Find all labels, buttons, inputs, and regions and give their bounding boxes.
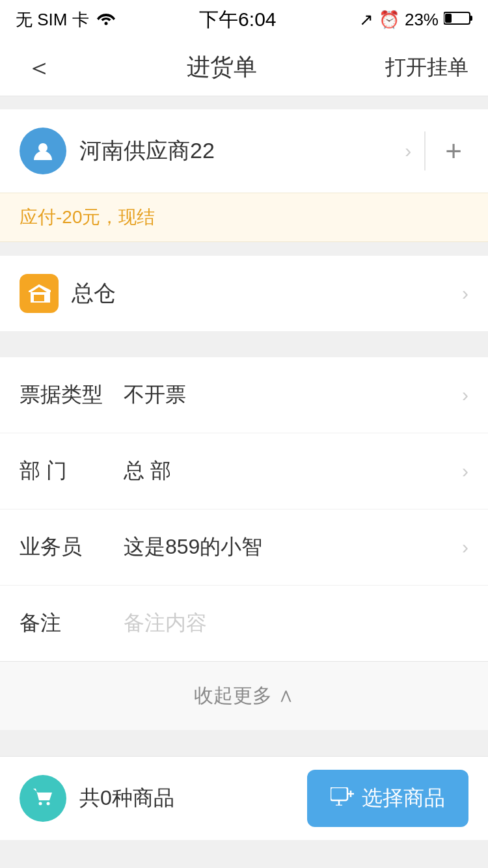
location-icon: ↗ xyxy=(359,10,373,30)
department-arrow: › xyxy=(462,460,468,482)
svg-rect-7 xyxy=(331,787,347,800)
supplier-avatar xyxy=(20,128,66,174)
top-divider xyxy=(0,96,488,109)
bottom-divider xyxy=(0,730,488,743)
page-title: 进货单 xyxy=(187,51,257,83)
svg-point-5 xyxy=(39,802,42,806)
status-right: ↗ ⏰ 23% xyxy=(359,10,472,30)
supplier-arrow-icon: › xyxy=(405,140,411,162)
supplier-section: 河南供应商22 › + 应付-20元，现结 xyxy=(0,109,488,242)
invoice-type-row[interactable]: 票据类型 不开票 › xyxy=(0,357,488,433)
alarm-icon: ⏰ xyxy=(379,10,400,30)
product-count: 共0种商品 xyxy=(79,784,307,813)
wifi-icon xyxy=(96,10,116,30)
warehouse-row[interactable]: 总仓 › xyxy=(0,255,488,331)
salesperson-value: 这是859的小智 xyxy=(124,533,455,562)
bottom-bar: 共0种商品 选择商品 xyxy=(0,756,488,840)
mid-divider-2 xyxy=(0,331,488,344)
department-value: 总 部 xyxy=(124,457,455,485)
notice-row: 应付-20元，现结 xyxy=(0,193,488,242)
supplier-row[interactable]: 河南供应商22 › + xyxy=(0,109,488,193)
notice-text: 应付-20元，现结 xyxy=(20,207,155,227)
page-background xyxy=(0,840,488,868)
remark-value: 备注内容 xyxy=(124,609,468,638)
remark-label: 备注 xyxy=(20,609,111,638)
nav-bar: ＜ 进货单 打开挂单 xyxy=(0,39,488,96)
warehouse-section: 总仓 › xyxy=(0,255,488,331)
open-pending-button[interactable]: 打开挂单 xyxy=(385,53,468,82)
status-bar: 无 SIM 卡 下午6:04 ↗ ⏰ 23% xyxy=(0,0,488,39)
select-btn-label: 选择商品 xyxy=(362,784,445,813)
back-button[interactable]: ＜ xyxy=(20,43,59,92)
form-section: 票据类型 不开票 › 部 门 总 部 › 业务员 这是859的小智 › 备注 备… xyxy=(0,357,488,661)
battery-icon xyxy=(444,10,472,30)
select-btn-icon xyxy=(331,787,354,811)
svg-point-4 xyxy=(38,143,47,152)
department-row[interactable]: 部 门 总 部 › xyxy=(0,433,488,509)
collapse-button[interactable]: 收起更多 ∧ xyxy=(0,661,488,730)
warehouse-name: 总仓 xyxy=(72,278,462,308)
status-time: 下午6:04 xyxy=(199,7,276,33)
salesperson-label: 业务员 xyxy=(20,533,111,562)
battery-label: 23% xyxy=(405,10,439,30)
supplier-divider xyxy=(424,131,426,170)
department-label: 部 门 xyxy=(20,457,111,485)
supplier-name: 河南供应商22 xyxy=(79,136,405,166)
warehouse-arrow-icon: › xyxy=(462,282,468,305)
svg-point-6 xyxy=(47,802,50,806)
remark-row[interactable]: 备注 备注内容 xyxy=(0,586,488,661)
svg-rect-3 xyxy=(445,14,452,23)
select-product-button[interactable]: 选择商品 xyxy=(307,770,468,827)
cart-icon xyxy=(20,775,66,822)
mid-divider-1 xyxy=(0,242,488,255)
salesperson-arrow: › xyxy=(462,536,468,558)
salesperson-row[interactable]: 业务员 这是859的小智 › xyxy=(0,509,488,586)
invoice-type-arrow: › xyxy=(462,384,468,406)
status-left: 无 SIM 卡 xyxy=(16,8,116,31)
warehouse-icon xyxy=(20,274,59,313)
add-button[interactable]: + xyxy=(439,135,468,167)
carrier-label: 无 SIM 卡 xyxy=(16,8,89,31)
invoice-type-value: 不开票 xyxy=(124,381,455,409)
svg-rect-2 xyxy=(470,16,472,21)
svg-point-0 xyxy=(104,21,107,25)
invoice-type-label: 票据类型 xyxy=(20,381,111,409)
